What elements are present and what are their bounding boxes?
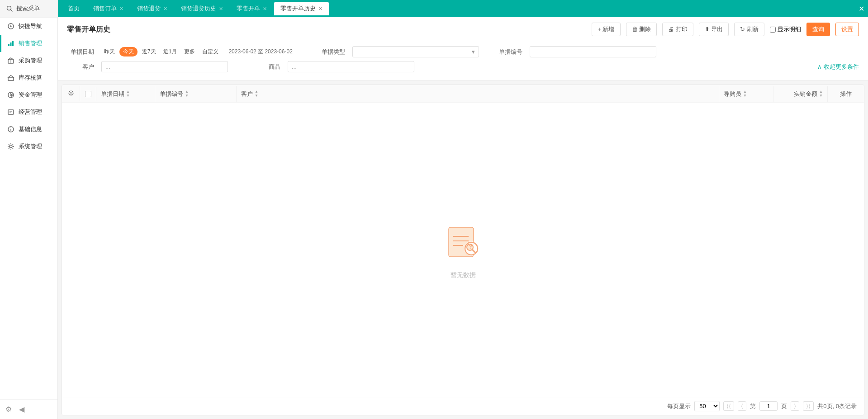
sidebar-item-base-info[interactable]: 基础信息 [0,121,57,138]
svg-point-17 [10,127,11,128]
th-amount[interactable]: 实销金额 ▲ ▼ [773,86,828,102]
sidebar-item-purchase-mgmt[interactable]: 采购管理 [0,52,57,69]
sidebar-item-label: 资金管理 [19,91,42,99]
chevron-down-icon: ▾ [472,48,475,55]
sidebar: 搜索采单 快捷导航 销售管理 采购管理 [0,0,58,419]
money-icon: ¥ [7,91,15,99]
tab-retail-open-history[interactable]: 零售开单历史 ✕ [274,2,329,15]
sort-up-icon: ▲ [255,90,258,94]
date-btn-today[interactable]: 今天 [119,47,138,56]
tab-close-icon[interactable]: ✕ [119,6,123,12]
sidebar-item-label: 采购管理 [19,56,42,65]
svg-text:¥: ¥ [9,91,14,98]
select-all-checkbox[interactable] [85,91,91,97]
next-page-button[interactable]: ⟩ [791,401,799,411]
th-guide-label: 导购员 [724,90,741,98]
th-guide[interactable]: 导购员 ▲ ▼ [719,86,773,102]
page-input[interactable] [759,401,778,411]
sidebar-item-quick-nav[interactable]: 快捷导航 [0,18,57,35]
date-btn-1month[interactable]: 近1月 [161,47,180,56]
th-settings[interactable] [62,86,80,101]
toolbar: + 新增 🗑 删除 🖨 打印 ⬆ 导出 ↻ 刷新 显示明细 查询 设置 [592,23,859,36]
sidebar-item-label: 经营管理 [19,108,42,116]
date-btn-more[interactable]: 更多 [181,47,198,56]
sidebar-item-inventory[interactable]: 库存核算 [0,69,57,86]
sort-icon[interactable]: ▲ ▼ [819,90,823,98]
main-area: 首页 销售订单 ✕ 销货退货 ✕ 销货退货历史 ✕ 零售开单 ✕ 零售开单历史 … [58,0,868,419]
date-btn-yesterday[interactable]: 昨天 [101,47,118,56]
customer-filter-input[interactable]: ... [101,61,228,72]
sidebar-item-sys-mgmt[interactable]: 系统管理 [0,138,57,155]
th-date[interactable]: 单据日期 ▲ ▼ [96,86,155,102]
sort-down-icon: ▼ [255,94,258,98]
date-btn-7days[interactable]: 近7天 [139,47,159,56]
th-action-label: 操作 [840,90,852,98]
chart-icon [7,39,15,47]
column-settings-icon[interactable] [68,90,74,98]
export-button[interactable]: ⬆ 导出 [699,23,729,36]
date-btn-custom[interactable]: 自定义 [199,47,221,56]
refresh-button[interactable]: ↻ 刷新 [734,23,764,36]
display-detail-toggle[interactable]: 显示明细 [770,25,801,33]
sort-icon[interactable]: ▲ ▼ [126,90,130,98]
settings-button[interactable]: 设置 [835,23,859,36]
sort-down-icon: ▼ [819,94,823,98]
prev-page-button[interactable]: ⟨ [738,401,746,411]
ellipsis-icon: ... [105,63,110,70]
sort-up-icon: ▲ [126,90,130,94]
sidebar-item-sales-mgmt[interactable]: 销售管理 [0,35,57,52]
sort-icon[interactable]: ▲ ▼ [743,90,747,98]
th-customer-label: 客户 [241,90,253,98]
sidebar-search[interactable]: 搜索采单 [0,0,57,18]
sidebar-item-finance[interactable]: ¥ 资金管理 [0,86,57,104]
display-detail-label: 显示明细 [778,25,801,33]
first-page-button[interactable]: ⟨⟨ [723,401,734,411]
tab-close-icon[interactable]: ✕ [163,6,167,12]
pagination: 每页显示 50 100 200 ⟨⟨ ⟨ 第 页 ⟩ ⟩⟩ 共0页, 0条记录 [62,397,864,415]
type-filter-select[interactable]: ▾ [352,46,479,57]
page-label: 第 [750,402,756,410]
th-action: 操作 [828,86,864,102]
sort-down-icon: ▼ [185,94,189,98]
sidebar-item-label: 库存核算 [19,74,42,82]
tab-retail-open[interactable]: 零售开单 ✕ [230,2,273,15]
svg-point-19 [70,92,72,94]
print-button[interactable]: 🖨 打印 [662,23,693,36]
th-checkbox[interactable] [80,87,96,101]
info-icon [7,125,15,133]
sort-icon[interactable]: ▲ ▼ [185,90,189,98]
tab-sales-return[interactable]: 销货退货 ✕ [131,2,174,15]
product-filter-label: 商品 [253,63,280,71]
collapse-btn[interactable]: ∧ 收起更多条件 [817,63,859,71]
page-header: 零售开单历史 + 新增 🗑 删除 🖨 打印 ⬆ 导出 ↻ 刷新 显示明细 查询 … [58,17,868,81]
th-number-label: 单据编号 [160,90,183,98]
per-page-select[interactable]: 50 100 200 [694,401,720,411]
display-detail-checkbox[interactable] [770,27,776,33]
th-number[interactable]: 单据编号 ▲ ▼ [155,86,237,102]
query-button[interactable]: 查询 [806,23,830,36]
sidebar-item-operation[interactable]: 经营管理 [0,104,57,121]
last-page-button[interactable]: ⟩⟩ [803,401,814,411]
close-window-icon[interactable]: ✕ [859,5,864,13]
delete-button[interactable]: 🗑 删除 [626,23,657,36]
tab-close-icon[interactable]: ✕ [318,6,323,12]
sort-icon[interactable]: ▲ ▼ [255,90,258,98]
add-button[interactable]: + 新增 [592,23,620,36]
tab-bar-right: ✕ [859,5,864,13]
tab-close-icon[interactable]: ✕ [263,6,267,12]
tab-sales-return-history[interactable]: 销货退货历史 ✕ [175,2,229,15]
tab-bar: 首页 销售订单 ✕ 销货退货 ✕ 销货退货历史 ✕ 零售开单 ✕ 零售开单历史 … [58,0,868,17]
tab-close-icon[interactable]: ✕ [219,6,223,12]
number-filter-label: 单据编号 [495,48,522,56]
collapse-sidebar-icon[interactable]: ◀ [19,405,24,414]
search-icon [5,5,14,13]
svg-line-1 [11,10,13,12]
number-filter-input[interactable] [530,46,656,57]
tab-home[interactable]: 首页 [62,2,86,15]
settings-bottom-icon[interactable]: ⚙ [5,405,12,414]
product-filter-input[interactable]: ... [288,61,414,72]
th-customer[interactable]: 客户 ▲ ▼ [237,86,719,102]
svg-rect-12 [8,110,14,114]
tab-sales-order[interactable]: 销售订单 ✕ [87,2,130,15]
th-date-label: 单据日期 [101,90,124,98]
